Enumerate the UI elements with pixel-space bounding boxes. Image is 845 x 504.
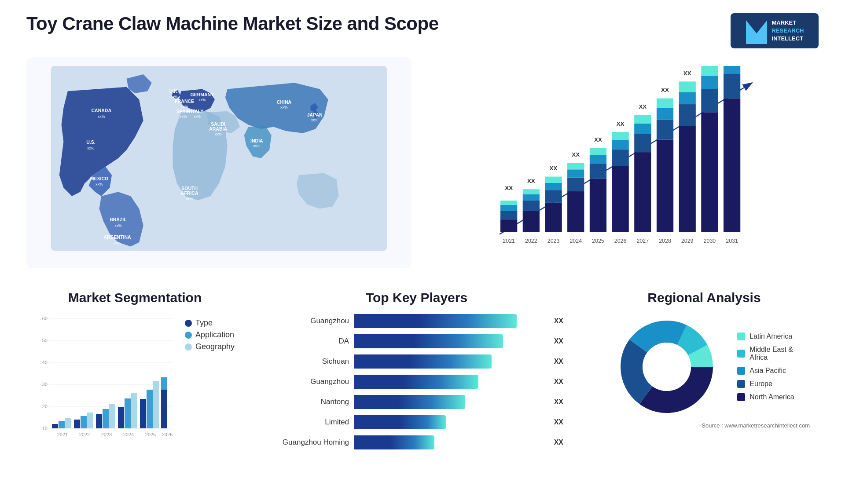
svg-rect-109 — [125, 398, 131, 428]
bottom-section: Market Segmentation 60 50 40 30 20 10 — [26, 286, 819, 497]
svg-rect-102 — [74, 420, 80, 428]
bar-chart-container: XX 2021 XX 2022 XX 2023 — [429, 57, 819, 268]
svg-rect-46 — [590, 164, 606, 179]
svg-text:60: 60 — [42, 316, 48, 321]
svg-rect-24 — [500, 201, 517, 205]
legend-color-middle-east — [737, 350, 745, 358]
japan-label: JAPAN — [307, 112, 323, 117]
svg-rect-36 — [545, 177, 562, 183]
header: Toy Crane Claw Machine Market Size and S… — [26, 13, 819, 48]
svg-rect-69 — [679, 126, 696, 232]
svg-rect-23 — [500, 205, 517, 211]
player-bar — [354, 354, 492, 369]
logo-m-icon — [746, 18, 768, 44]
svg-rect-28 — [523, 201, 540, 211]
bar-chart-svg: XX 2021 XX 2022 XX 2023 — [438, 66, 805, 259]
donut-legend: Latin America Middle East &Africa Asia P… — [737, 332, 794, 401]
legend-dot-application — [185, 332, 192, 339]
svg-text:xx%: xx% — [198, 98, 206, 102]
player-bar — [354, 375, 478, 389]
spain-label: SPAIN — [176, 109, 190, 114]
svg-text:xx%: xx% — [98, 114, 105, 119]
svg-rect-106 — [103, 409, 109, 428]
svg-rect-83 — [724, 66, 740, 73]
legend-color-latin-america — [737, 332, 745, 340]
svg-text:30: 30 — [42, 382, 48, 387]
donut-container: Latin America Middle East &Africa Asia P… — [599, 314, 810, 420]
svg-rect-115 — [161, 377, 167, 390]
svg-rect-22 — [500, 211, 517, 219]
svg-text:xx%: xx% — [181, 104, 188, 109]
legend-europe: Europe — [737, 380, 794, 388]
seg-legend: Type Application Geography — [185, 318, 235, 354]
svg-text:2026: 2026 — [162, 432, 173, 437]
svg-rect-39 — [567, 191, 584, 232]
svg-rect-81 — [724, 99, 740, 232]
svg-rect-71 — [679, 92, 696, 104]
svg-rect-33 — [545, 203, 562, 232]
svg-text:XX: XX — [683, 70, 691, 77]
logo-text: MARKET RESEARCH INTELLECT — [772, 19, 804, 43]
player-bar — [354, 395, 465, 409]
segmentation-title: Market Segmentation — [35, 290, 235, 305]
svg-rect-40 — [567, 177, 584, 191]
svg-rect-99 — [52, 424, 58, 428]
brazil-label: BRAZIL — [110, 217, 127, 222]
svg-text:XX: XX — [550, 165, 558, 172]
legend-color-asia-pacific — [737, 367, 745, 375]
svg-rect-47 — [590, 155, 606, 164]
player-row: Nantong XX — [270, 395, 563, 409]
us-label: U.S. — [86, 139, 96, 145]
legend-type: Type — [185, 318, 235, 328]
legend-application: Application — [185, 330, 235, 340]
page-title: Toy Crane Claw Machine Market Size and S… — [26, 13, 439, 34]
svg-text:xx%: xx% — [114, 223, 122, 228]
svg-rect-112 — [147, 390, 153, 428]
legend-latin-america: Latin America — [737, 332, 794, 340]
italy-label: ITALY — [191, 109, 204, 114]
svg-rect-42 — [567, 163, 584, 169]
legend-asia-pacific: Asia Pacific — [737, 367, 794, 375]
logo-area: MARKET RESEARCH INTELLECT — [731, 13, 819, 48]
legend-dot-geography — [185, 343, 192, 351]
svg-text:2028: 2028 — [659, 238, 671, 244]
svg-point-127 — [643, 343, 691, 391]
legend-north-america: North America — [737, 393, 794, 401]
segmentation-chart-svg: 60 50 40 30 20 10 — [35, 314, 176, 446]
svg-text:2021: 2021 — [503, 238, 515, 244]
svg-rect-63 — [657, 139, 673, 232]
player-bar-wrap — [354, 435, 545, 449]
svg-rect-77 — [701, 76, 718, 89]
svg-rect-45 — [590, 179, 606, 232]
player-row: Guangzhou XX — [270, 375, 563, 389]
svg-text:xx%: xx% — [186, 197, 194, 201]
regional-title: Regional Analysis — [599, 290, 810, 305]
players-title: Top Key Players — [270, 290, 563, 305]
svg-rect-82 — [724, 73, 740, 98]
svg-rect-41 — [567, 169, 584, 177]
india-label: INDIA — [250, 138, 263, 143]
svg-text:10: 10 — [42, 426, 48, 431]
svg-text:2031: 2031 — [726, 238, 738, 244]
svg-rect-111 — [140, 399, 146, 428]
regional-section: Regional Analysis — [590, 286, 819, 497]
svg-rect-100 — [59, 421, 65, 428]
svg-rect-107 — [109, 404, 115, 428]
canada-label: CANADA — [91, 108, 111, 113]
svg-rect-75 — [701, 112, 718, 232]
player-bar-wrap — [354, 354, 545, 369]
svg-text:2029: 2029 — [681, 238, 694, 244]
svg-rect-29 — [523, 194, 540, 201]
svg-text:2023: 2023 — [547, 238, 560, 244]
germany-label: GERMANY — [190, 92, 214, 97]
player-bar — [354, 314, 517, 328]
svg-rect-54 — [612, 132, 629, 140]
svg-rect-76 — [701, 89, 718, 113]
svg-rect-78 — [701, 66, 718, 76]
svg-rect-51 — [612, 166, 629, 232]
svg-rect-35 — [545, 183, 562, 190]
segmentation-section: Market Segmentation 60 50 40 30 20 10 — [26, 286, 243, 497]
svg-text:XX: XX — [572, 151, 580, 158]
svg-text:2026: 2026 — [614, 238, 627, 244]
legend-geography: Geography — [185, 342, 235, 351]
